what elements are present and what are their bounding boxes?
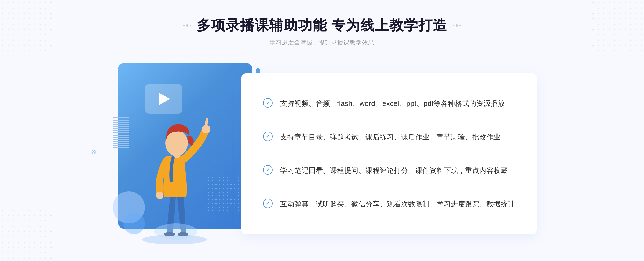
left-chevrons: » xyxy=(91,146,97,157)
page-container: 多项录播课辅助功能 专为线上教学打造 学习进度全掌握，提升录播课教学效果 » xyxy=(0,0,644,261)
svg-point-8 xyxy=(154,223,197,240)
check-icon-3: ✓ xyxy=(263,165,273,175)
deco-stripes xyxy=(113,116,129,148)
figure-illustration xyxy=(129,90,220,245)
feature-item-1: ✓ 支持视频、音频、flash、word、excel、ppt、pdf等各种格式的… xyxy=(263,98,515,109)
svg-point-5 xyxy=(156,192,163,199)
header-dots-right xyxy=(453,24,461,27)
features-card: ✓ 支持视频、音频、flash、word、excel、ppt、pdf等各种格式的… xyxy=(241,73,537,234)
feature-item-2: ✓ 支持章节目录、弹题考试、课后练习、课后作业、章节测验、批改作业 xyxy=(263,132,515,143)
deco-dots-top-right xyxy=(590,0,644,54)
content-area: » xyxy=(107,57,537,245)
feature-item-3: ✓ 学习笔记回看、课程提问、课程评论打分、课件资料下载，重点内容收藏 xyxy=(263,165,515,176)
header-section: 多项录播课辅助功能 专为线上教学打造 学习进度全掌握，提升录播课教学效果 xyxy=(183,0,461,47)
check-icon-2: ✓ xyxy=(263,132,273,141)
illustration-area xyxy=(107,63,263,245)
page-title: 多项录播课辅助功能 专为线上教学打造 xyxy=(197,16,447,35)
header-title-row: 多项录播课辅助功能 专为线上教学打造 xyxy=(183,16,461,35)
feature-item-4: ✓ 互动弹幕、试听购买、微信分享、观看次数限制、学习进度跟踪、数据统计 xyxy=(263,199,515,210)
header-dots-left xyxy=(183,24,191,27)
person-svg xyxy=(129,90,220,245)
page-subtitle: 学习进度全掌握，提升录播课教学效果 xyxy=(183,39,461,47)
deco-dots-top-left xyxy=(0,0,54,54)
check-icon-1: ✓ xyxy=(263,98,273,108)
feature-text-4: 互动弹幕、试听购买、微信分享、观看次数限制、学习进度跟踪、数据统计 xyxy=(280,199,515,210)
feature-text-2: 支持章节目录、弹题考试、课后练习、课后作业、章节测验、批改作业 xyxy=(280,132,501,143)
svg-line-4 xyxy=(206,119,207,125)
feature-text-1: 支持视频、音频、flash、word、excel、ppt、pdf等各种格式的资源… xyxy=(280,98,505,109)
feature-text-3: 学习笔记回看、课程提问、课程评论打分、课件资料下载，重点内容收藏 xyxy=(280,165,508,176)
check-icon-4: ✓ xyxy=(263,199,273,208)
chevron-left-icon: » xyxy=(91,146,97,157)
deco-dots-bottom-left xyxy=(0,207,54,261)
